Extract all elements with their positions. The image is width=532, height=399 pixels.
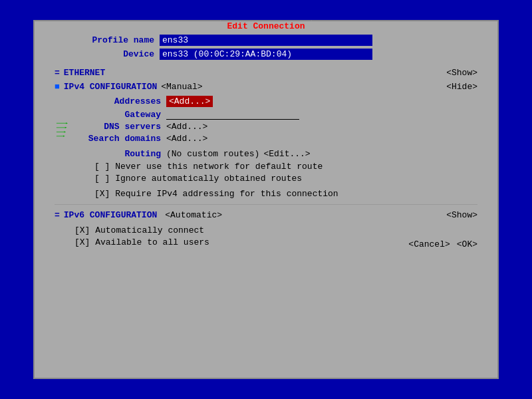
auto-connect-row[interactable]: [X] Automatically connect	[74, 225, 477, 235]
svg-marker-5	[64, 131, 66, 132]
ipv4-section-header: ■ IPv4 CONFIGURATION <Manual> <Hide>	[55, 82, 477, 92]
all-users-label[interactable]: [X] Available to all users	[74, 237, 209, 247]
dns-add-btn[interactable]: <Add...>	[166, 122, 207, 132]
addresses-add-btn[interactable]: <Add...>	[166, 96, 213, 107]
addresses-label: Addresses	[81, 96, 161, 106]
ipv6-section: = IPv6 CONFIGURATION <Automatic> <Show>	[55, 204, 477, 220]
ipv6-mode[interactable]: <Automatic>	[165, 210, 222, 220]
device-label: Device	[55, 49, 154, 59]
auto-connect-label[interactable]: [X] Automatically connect	[74, 225, 204, 235]
dns-row: DNS servers <Add...>	[81, 122, 477, 132]
ok-button[interactable]: <OK>	[457, 239, 477, 249]
require-ipv4-row[interactable]: [X] Require IPv4 addressing for this con…	[94, 189, 477, 199]
ipv6-show-btn[interactable]: <Show>	[446, 210, 477, 220]
svg-marker-3	[65, 127, 67, 128]
device-row: Device ens33 (00:0C:29:AA:BD:04)	[55, 49, 477, 60]
never-default-label[interactable]: [ ] Never use this network for default r…	[94, 162, 323, 172]
bottom-buttons: <Cancel> <OK>	[408, 239, 477, 249]
search-row: Search domains <Add...>	[81, 134, 477, 144]
routing-label: Routing	[81, 149, 161, 159]
search-label: Search domains	[81, 134, 161, 144]
ignore-routes-label[interactable]: [ ] Ignore automatically obtained routes	[94, 174, 302, 184]
profile-name-value[interactable]: ens33	[160, 35, 372, 46]
ipv4-title: IPv4 CONFIGURATION	[64, 82, 157, 92]
svg-marker-1	[66, 122, 68, 124]
routing-value: (No custom routes)	[166, 149, 259, 159]
never-default-row[interactable]: [ ] Never use this network for default r…	[94, 162, 477, 172]
cancel-button[interactable]: <Cancel>	[408, 239, 450, 249]
ipv6-title: IPv6 CONFIGURATION	[64, 210, 157, 220]
search-add-btn[interactable]: <Add...>	[166, 134, 207, 144]
device-value[interactable]: ens33 (00:0C:29:AA:BD:04)	[160, 49, 372, 60]
profile-name-row: Profile name ens33	[55, 35, 477, 46]
routing-edit-btn[interactable]: <Edit...>	[263, 149, 310, 159]
ipv4-hide-btn[interactable]: <Hide>	[446, 82, 477, 92]
routing-row: Routing (No custom routes) <Edit...>	[81, 149, 477, 159]
gateway-row: Gateway	[81, 109, 477, 120]
ethernet-show-btn[interactable]: <Show>	[446, 68, 477, 78]
ethernet-title: ETHERNET	[64, 68, 105, 78]
ipv4-marker: ■	[55, 82, 60, 92]
dns-label: DNS servers	[81, 122, 161, 132]
gateway-input[interactable]	[166, 109, 299, 120]
main-window: Edit Connection Profile name ens33 Devic…	[33, 20, 499, 379]
ethernet-marker: =	[55, 68, 60, 78]
require-ipv4-label[interactable]: [X] Require IPv4 addressing for this con…	[94, 189, 338, 199]
ignore-routes-row[interactable]: [ ] Ignore automatically obtained routes	[94, 174, 477, 184]
svg-marker-7	[63, 136, 65, 137]
gateway-label: Gateway	[81, 110, 161, 120]
config-rows: Addresses <Add...> Gateway DNS servers <…	[81, 96, 477, 144]
ipv4-config-area: Addresses <Add...> Gateway DNS servers <…	[55, 96, 477, 144]
ipv4-mode[interactable]: <Manual>	[161, 82, 202, 92]
ipv6-marker: =	[55, 210, 60, 220]
ethernet-section: = ETHERNET <Show>	[55, 68, 477, 78]
profile-name-label: Profile name	[55, 35, 154, 45]
addresses-row: Addresses <Add...>	[81, 96, 477, 107]
